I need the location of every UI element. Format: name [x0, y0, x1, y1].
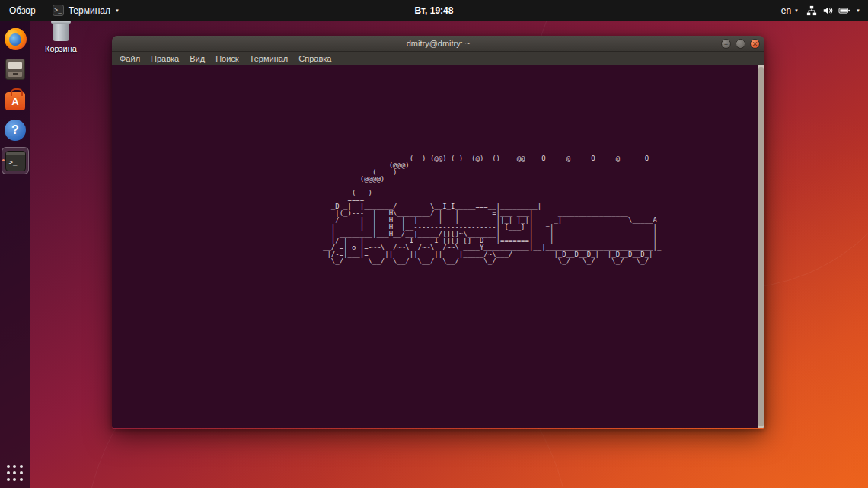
system-status-area[interactable]: ▼ — [806, 5, 860, 16]
terminal-window: dmitry@dmitry: ~ − ✕ Файл Правка Вид Пои… — [112, 36, 764, 429]
menu-file[interactable]: Файл — [115, 53, 145, 64]
scrollbar-handle[interactable] — [758, 67, 764, 426]
dock-item-firefox[interactable] — [2, 25, 29, 53]
window-title: dmitry@dmitry: ~ — [407, 39, 471, 48]
show-applications-button[interactable] — [7, 465, 24, 482]
firefox-icon — [5, 28, 27, 50]
terminal-screen[interactable]: ( ) (@@) ( ) (@) () @@ O @ O @ O (@@@) (… — [112, 65, 764, 428]
app-menu-label: Терминал — [69, 5, 110, 16]
ascii-art-train: ( ) (@@) ( ) (@) () @@ O @ O @ O (@@@) (… — [323, 155, 665, 265]
chevron-down-icon: ▼ — [115, 8, 120, 13]
terminal-icon: >_ — [5, 151, 26, 171]
dock-item-terminal[interactable]: >_ — [2, 147, 29, 174]
menu-help[interactable]: Справка — [294, 53, 336, 64]
terminal-scrollbar[interactable] — [758, 65, 764, 428]
keyboard-layout-button[interactable]: en ▼ — [781, 5, 799, 16]
volume-icon — [822, 5, 833, 16]
dock: A ? >_ — [0, 21, 30, 488]
window-controls: − ✕ — [721, 39, 760, 49]
ubuntu-software-icon: A — [5, 92, 25, 110]
help-icon: ? — [5, 120, 26, 141]
dock-item-ubuntu-software[interactable]: A — [2, 86, 29, 113]
top-bar: Обзор >_ Терминал ▼ Вт, 19:48 en ▼ — [0, 0, 868, 21]
activities-button[interactable]: Обзор — [0, 0, 45, 21]
trash-icon — [53, 23, 69, 41]
trash-desktop-icon[interactable]: Корзина — [41, 23, 81, 53]
dock-item-files[interactable] — [2, 56, 29, 83]
menu-terminal[interactable]: Терминал — [245, 53, 293, 64]
dock-item-help[interactable]: ? — [2, 116, 29, 144]
clock-button[interactable]: Вт, 19:48 — [415, 0, 454, 21]
chevron-down-icon: ▼ — [856, 8, 860, 13]
menu-edit[interactable]: Правка — [146, 53, 183, 64]
trash-label: Корзина — [41, 44, 81, 53]
running-indicator-dot — [2, 159, 5, 161]
app-menu-button[interactable]: >_ Терминал ▼ — [45, 0, 127, 21]
maximize-button[interactable] — [736, 39, 745, 49]
chevron-down-icon: ▼ — [794, 8, 799, 13]
menu-bar: Файл Правка Вид Поиск Терминал Справка — [112, 52, 764, 65]
network-icon — [806, 5, 817, 16]
menu-view[interactable]: Вид — [185, 53, 209, 64]
minimize-button[interactable]: − — [721, 39, 731, 49]
keyboard-layout-label: en — [781, 5, 791, 16]
close-button[interactable]: ✕ — [750, 39, 760, 49]
window-titlebar[interactable]: dmitry@dmitry: ~ − ✕ — [112, 36, 764, 52]
battery-icon — [838, 5, 850, 16]
files-icon — [5, 59, 25, 80]
menu-search[interactable]: Поиск — [211, 53, 243, 64]
terminal-mini-icon: >_ — [53, 5, 64, 16]
